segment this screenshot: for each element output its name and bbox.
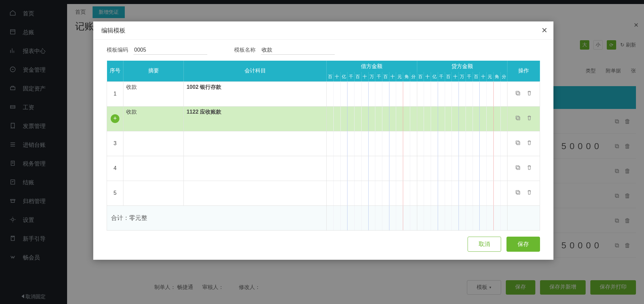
template-name-input[interactable] <box>261 46 335 55</box>
row-seq: + <box>107 106 123 131</box>
template-row[interactable]: 3 <box>107 131 540 156</box>
row-ops <box>507 181 540 205</box>
row-copy-icon[interactable] <box>515 90 521 98</box>
svg-rect-9 <box>516 190 519 193</box>
template-row[interactable]: 4 <box>107 156 540 181</box>
template-code-label: 模板编码 <box>107 47 128 54</box>
row-debit[interactable] <box>327 131 417 156</box>
total-credit <box>417 205 507 230</box>
row-account[interactable] <box>184 131 327 156</box>
col-abstract: 摘要 <box>123 61 183 81</box>
unit-header: 千 <box>438 72 445 81</box>
row-copy-icon[interactable] <box>515 164 521 172</box>
unit-header: 百 <box>417 72 424 81</box>
unit-header: 元 <box>396 72 403 81</box>
row-credit[interactable] <box>417 131 507 156</box>
unit-header: 角 <box>493 72 500 81</box>
add-row-button[interactable]: + <box>111 114 119 123</box>
unit-header: 十 <box>361 72 368 81</box>
total-ops <box>507 205 540 230</box>
row-account[interactable] <box>184 181 327 205</box>
unit-header: 千 <box>375 72 382 81</box>
total-debit <box>327 205 417 230</box>
row-seq: 4 <box>107 156 123 181</box>
unit-header: 元 <box>487 72 494 81</box>
row-copy-icon[interactable] <box>515 115 521 123</box>
unit-header: 十 <box>333 72 340 81</box>
unit-header: 百 <box>445 72 452 81</box>
row-delete-icon[interactable] <box>526 115 533 123</box>
row-delete-icon[interactable] <box>526 90 533 98</box>
unit-header: 亿 <box>340 72 347 81</box>
row-abstract[interactable]: 收款 <box>123 106 183 131</box>
row-delete-icon[interactable] <box>526 139 533 147</box>
row-credit[interactable] <box>417 181 507 205</box>
template-row[interactable]: +收款1122 应收账款 <box>107 106 540 131</box>
row-abstract[interactable] <box>123 181 183 205</box>
row-seq: 5 <box>107 181 123 205</box>
modal-title: 编辑模板 <box>101 26 125 35</box>
unit-header: 十 <box>452 72 459 81</box>
row-copy-icon[interactable] <box>515 189 521 197</box>
svg-rect-2 <box>517 117 520 120</box>
row-delete-icon[interactable] <box>526 189 533 197</box>
row-credit[interactable] <box>417 156 507 181</box>
col-seq: 序号 <box>107 61 123 81</box>
row-credit[interactable] <box>417 106 507 131</box>
row-account[interactable]: 1122 应收账款 <box>184 106 327 131</box>
row-seq: 3 <box>107 131 123 156</box>
row-seq: 1 <box>107 81 123 106</box>
row-debit[interactable] <box>327 81 417 106</box>
svg-rect-5 <box>516 141 519 144</box>
col-ops: 操作 <box>507 61 540 81</box>
unit-header: 分 <box>500 72 507 81</box>
unit-header: 百 <box>382 72 389 81</box>
row-ops <box>507 156 540 181</box>
row-debit[interactable] <box>327 156 417 181</box>
template-row[interactable]: 5 <box>107 181 540 205</box>
svg-rect-6 <box>517 167 520 170</box>
unit-header: 十 <box>424 72 431 81</box>
svg-rect-4 <box>517 142 520 145</box>
row-copy-icon[interactable] <box>515 139 521 147</box>
svg-rect-8 <box>517 191 520 194</box>
col-credit: 贷方金额 <box>417 61 507 72</box>
unit-header: 亿 <box>431 72 438 81</box>
row-abstract[interactable] <box>123 156 183 181</box>
row-ops <box>507 81 540 106</box>
row-debit[interactable] <box>327 181 417 205</box>
svg-rect-7 <box>516 166 519 169</box>
modal-cancel-button[interactable]: 取消 <box>468 237 501 252</box>
row-abstract[interactable] <box>123 131 183 156</box>
total-cell: 合计：零元整 <box>107 205 327 230</box>
col-debit: 借方金额 <box>327 61 417 72</box>
svg-rect-1 <box>516 91 519 94</box>
row-debit[interactable] <box>327 106 417 131</box>
unit-header: 千 <box>466 72 473 81</box>
unit-header: 百 <box>355 72 362 81</box>
template-row[interactable]: 1收款1002 银行存款 <box>107 81 540 106</box>
template-code-input[interactable] <box>133 46 207 55</box>
unit-header: 角 <box>403 72 410 81</box>
row-delete-icon[interactable] <box>526 164 533 172</box>
unit-header: 分 <box>410 72 417 81</box>
unit-header: 万 <box>368 72 375 81</box>
modal-close-button[interactable]: ✕ <box>541 26 547 35</box>
row-abstract[interactable]: 收款 <box>123 81 183 106</box>
template-name-label: 模板名称 <box>234 47 256 54</box>
row-account[interactable]: 1002 银行存款 <box>184 81 327 106</box>
row-credit[interactable] <box>417 81 507 106</box>
unit-header: 十 <box>480 72 487 81</box>
svg-rect-3 <box>516 116 519 119</box>
unit-header: 百 <box>473 72 480 81</box>
edit-template-modal: 编辑模板 ✕ 模板编码 模板名称 序号 摘要 会计科目 借方金额 贷方金额 <box>93 21 553 260</box>
unit-header: 十 <box>389 72 396 81</box>
row-ops <box>507 106 540 131</box>
row-account[interactable] <box>184 156 327 181</box>
unit-header: 千 <box>347 72 355 81</box>
unit-header: 万 <box>459 72 466 81</box>
row-ops <box>507 131 540 156</box>
unit-header: 百 <box>327 72 334 81</box>
modal-save-button[interactable]: 保存 <box>506 237 540 252</box>
template-table: 序号 摘要 会计科目 借方金额 贷方金额 操作 百十亿千百十万千百十元角分百十亿… <box>107 61 540 231</box>
